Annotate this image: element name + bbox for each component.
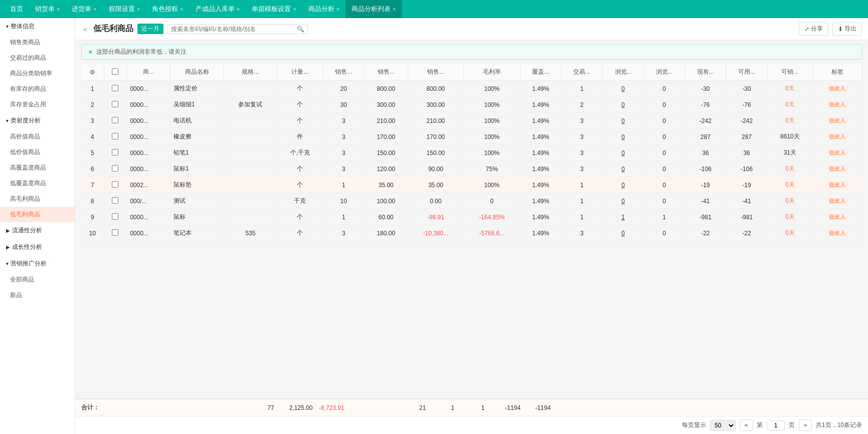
next-page-button[interactable]: ＞ bbox=[799, 419, 812, 431]
table-row: 4 0000... 橡皮擦 件 3 170.00 170.00 100% 1.4… bbox=[81, 129, 862, 145]
collapse-sidebar-button[interactable]: « bbox=[81, 25, 89, 33]
row-checkbox[interactable] bbox=[104, 193, 126, 209]
row-checkbox[interactable] bbox=[104, 225, 126, 241]
nav-item-permissions[interactable]: 权限设置 × bbox=[103, 0, 146, 18]
close-roles-icon[interactable]: × bbox=[180, 6, 183, 12]
col-unit[interactable]: 计量... bbox=[277, 64, 323, 81]
sidebar-item-high-value[interactable]: 高价值商品 bbox=[0, 129, 75, 144]
table-container[interactable]: ⚙ 商... 商品名称 规格... 计量... 销售... 销售... 销售..… bbox=[75, 64, 868, 398]
row-current: 36 bbox=[685, 145, 726, 161]
share-button[interactable]: ⤢ 分享 bbox=[799, 22, 828, 36]
close-sales-icon[interactable]: × bbox=[57, 6, 60, 12]
row-coverage: 1.49% bbox=[520, 193, 561, 209]
nav-item-home[interactable]: 首页 bbox=[4, 0, 29, 18]
export-button[interactable]: ⬇ 导出 bbox=[832, 22, 862, 36]
col-view1[interactable]: 浏览... bbox=[602, 64, 643, 81]
row-view1[interactable]: 0 bbox=[602, 81, 643, 97]
row-view1[interactable]: 0 bbox=[602, 177, 643, 193]
nav-item-sales[interactable]: 销货单 × bbox=[29, 0, 66, 18]
close-purchase-icon[interactable]: × bbox=[93, 6, 96, 12]
col-spec[interactable]: 规格... bbox=[224, 64, 277, 81]
col-sales-amount[interactable]: 销售... bbox=[408, 64, 463, 81]
nav-item-analysis[interactable]: 商品分析 × bbox=[302, 0, 345, 18]
row-checkbox[interactable] bbox=[104, 129, 126, 145]
row-checkbox[interactable] bbox=[104, 177, 126, 193]
sidebar-item-category-rate[interactable]: 商品分类助销率 bbox=[0, 66, 75, 81]
sidebar-item-high-coverage[interactable]: 高覆盖度商品 bbox=[0, 160, 75, 176]
row-sales-qty: 3 bbox=[323, 129, 364, 145]
close-permissions-icon[interactable]: × bbox=[137, 6, 140, 12]
row-gross-rate: 100% bbox=[464, 113, 520, 129]
row-no: 5 bbox=[81, 145, 104, 161]
sidebar-group-overall-title[interactable]: ▾ 整体信息 bbox=[0, 18, 75, 35]
nav-item-template[interactable]: 单据模板设置 × bbox=[246, 0, 302, 18]
row-checkbox[interactable] bbox=[104, 209, 126, 225]
row-current: 287 bbox=[685, 129, 726, 145]
row-view1[interactable]: 0 bbox=[602, 193, 643, 209]
row-view2: 0 bbox=[644, 193, 685, 209]
row-checkbox[interactable] bbox=[104, 161, 126, 177]
row-checkbox[interactable] bbox=[104, 81, 126, 97]
row-checkbox[interactable] bbox=[104, 145, 126, 161]
row-checkbox[interactable] bbox=[104, 97, 126, 113]
close-analysis-icon[interactable]: × bbox=[336, 6, 339, 12]
sidebar-group-flow-title[interactable]: ▶ 流通性分析 bbox=[0, 222, 75, 239]
close-template-icon[interactable]: × bbox=[293, 6, 296, 12]
col-sellable[interactable]: 可销... bbox=[767, 64, 812, 81]
sidebar-item-all-goods[interactable]: 全部商品 bbox=[0, 272, 75, 287]
sidebar-item-sales-goods[interactable]: 销售类商品 bbox=[0, 35, 75, 50]
col-available[interactable]: 可用... bbox=[726, 64, 767, 81]
row-view1[interactable]: 0 bbox=[602, 113, 643, 129]
row-sellable: 0天 bbox=[767, 81, 812, 97]
col-gross-rate[interactable]: 毛利率 bbox=[464, 64, 520, 81]
prev-page-button[interactable]: ＜ bbox=[740, 419, 753, 431]
nav-item-analysis-list[interactable]: 商品分析列表 × bbox=[345, 0, 402, 18]
col-code[interactable]: 商... bbox=[127, 64, 170, 81]
row-view1[interactable]: 0 bbox=[602, 145, 643, 161]
row-current: -981 bbox=[685, 209, 726, 225]
search-input[interactable] bbox=[171, 26, 297, 33]
row-view1[interactable]: 0 bbox=[602, 225, 643, 241]
current-page-input[interactable] bbox=[767, 420, 785, 430]
row-tag: 低收入 bbox=[813, 113, 862, 129]
sidebar-item-low-coverage[interactable]: 低覆盖度商品 bbox=[0, 176, 75, 191]
col-settings[interactable]: ⚙ bbox=[81, 64, 104, 81]
sidebar-item-low-margin[interactable]: 低毛利商品 bbox=[0, 207, 75, 222]
nav-item-products[interactable]: 产成品入库单 × bbox=[190, 0, 246, 18]
sidebar-group-growth-title[interactable]: ▶ 成长性分析 bbox=[0, 239, 75, 255]
col-transaction[interactable]: 交易... bbox=[561, 64, 602, 81]
nav-item-purchase[interactable]: 进货单 × bbox=[66, 0, 102, 18]
row-view1[interactable]: 0 bbox=[602, 97, 643, 113]
row-checkbox[interactable] bbox=[104, 113, 126, 129]
sidebar-item-new-goods[interactable]: 新品 bbox=[0, 287, 75, 303]
col-checkbox[interactable] bbox=[104, 64, 126, 81]
col-sales-qty[interactable]: 销售... bbox=[323, 64, 364, 81]
col-coverage[interactable]: 覆盖... bbox=[520, 64, 561, 81]
sidebar-item-traded-goods[interactable]: 交易过的商品 bbox=[0, 50, 75, 66]
filter-tag-recent[interactable]: 近一月 bbox=[137, 24, 163, 34]
row-view1[interactable]: 1 bbox=[602, 209, 643, 225]
search-icon[interactable]: 🔍 bbox=[297, 26, 304, 33]
col-view2[interactable]: 浏览... bbox=[644, 64, 685, 81]
row-coverage: 1.49% bbox=[520, 177, 561, 193]
sidebar-group-class-title[interactable]: ▾ 类射度分析 bbox=[0, 112, 75, 129]
close-products-icon[interactable]: × bbox=[237, 6, 240, 12]
row-coverage: 1.49% bbox=[520, 145, 561, 161]
sidebar-item-low-value[interactable]: 低价值商品 bbox=[0, 144, 75, 160]
row-view1[interactable]: 0 bbox=[602, 129, 643, 145]
close-analysis-list-icon[interactable]: × bbox=[393, 6, 396, 12]
sidebar-group-marketing-title[interactable]: ▾ 营销推广分析 bbox=[0, 255, 75, 272]
select-all-checkbox[interactable] bbox=[112, 68, 118, 75]
col-current[interactable]: 现有... bbox=[685, 64, 726, 81]
row-code: 0000... bbox=[127, 145, 170, 161]
content-area: « 低毛利商品 近一月 🔍 ⤢ 分享 ⬇ 导出 ☀ 这部分商品的利润非常低， bbox=[75, 18, 868, 434]
col-tag[interactable]: 标签 bbox=[813, 64, 862, 81]
nav-item-roles[interactable]: 角色授权 × bbox=[146, 0, 189, 18]
sidebar-item-in-stock[interactable]: 有库存的商品 bbox=[0, 81, 75, 97]
row-view1[interactable]: 0 bbox=[602, 161, 643, 177]
sidebar-item-capital[interactable]: 库存资金占用 bbox=[0, 97, 75, 112]
sidebar-item-high-margin[interactable]: 高毛利商品 bbox=[0, 191, 75, 207]
per-page-select[interactable]: 50 100 200 bbox=[710, 420, 736, 431]
col-sales-price[interactable]: 销售... bbox=[364, 64, 408, 81]
col-name[interactable]: 商品名称 bbox=[170, 64, 224, 81]
